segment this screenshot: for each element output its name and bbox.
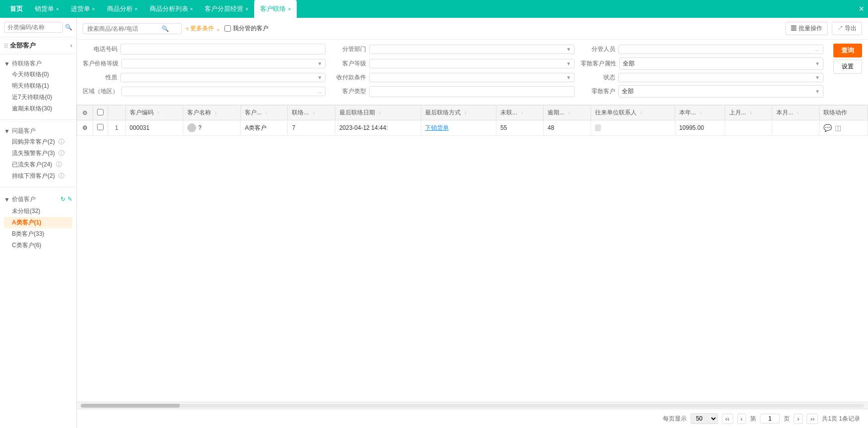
sidebar-item-7days[interactable]: 近7天待联络(0) <box>4 92 72 103</box>
sort-contactperson-icon[interactable]: ↕ <box>640 110 643 115</box>
sort-thisyear-icon[interactable]: ↕ <box>700 110 702 115</box>
filter-phone-input[interactable] <box>120 44 326 54</box>
customertype-input-field[interactable] <box>373 88 571 95</box>
sidebar-item-aclass[interactable]: A类客户(1) <box>4 217 72 228</box>
col-name[interactable]: 客户名称 ↕ <box>183 106 240 120</box>
filter-retailcust-select[interactable]: 全部 ▼ <box>618 85 823 98</box>
sidebar-item-bclass[interactable]: B类客户(33) <box>4 228 72 240</box>
value-group-label[interactable]: ▼ 价值客户 <box>4 193 60 205</box>
row-code[interactable]: 000031 <box>125 120 183 136</box>
nav-salesorder[interactable]: 销货单 × <box>29 0 65 18</box>
chat-icon[interactable]: 💬 <box>823 124 832 132</box>
col-notcontacted[interactable]: 未联... ↕ <box>496 106 543 120</box>
col-lastcontactdate[interactable]: 最后联络日期 ↕ <box>335 106 421 120</box>
sort-contactcount-icon[interactable]: ↕ <box>313 110 315 115</box>
row-lastcontactmethod[interactable]: 下销货单 <box>421 120 496 136</box>
close-all-button[interactable]: × <box>859 4 864 14</box>
sort-level-icon[interactable]: ↕ <box>266 110 268 115</box>
sidebar-item-tomorrow[interactable]: 明天待联络(1) <box>4 80 72 92</box>
col-lastmonth[interactable]: 上月... ↕ <box>725 106 772 120</box>
pending-group-label[interactable]: ▼ 待联络客户 <box>4 57 72 69</box>
sidebar-item-churn-warning[interactable]: 流失预警客户(3) ⓘ <box>4 148 72 159</box>
nav-close-customercontact[interactable]: × <box>288 6 291 12</box>
col-level[interactable]: 客户... ↕ <box>241 106 288 120</box>
sidebar-collapse-button[interactable]: ‹ <box>70 42 72 49</box>
col-contactperson[interactable]: 往来单位联系人 ↕ <box>591 106 675 120</box>
col-code[interactable]: 客户编码 ↕ <box>125 106 183 120</box>
scroll-thumb[interactable] <box>81 404 180 408</box>
row-checkbox-cell[interactable] <box>93 120 108 136</box>
export-button[interactable]: ↗ 导出 <box>832 22 862 35</box>
col-settings[interactable]: ⚙ <box>77 106 93 120</box>
filter-search-icon[interactable]: 🔍 <box>162 25 169 32</box>
col-checkbox[interactable] <box>93 106 108 120</box>
sidebar-item-unclassified[interactable]: 未分组(32) <box>4 206 72 217</box>
nav-customercontact[interactable]: 客户联络 × <box>254 0 297 18</box>
page-number-input[interactable] <box>760 414 780 424</box>
sidebar-item-today[interactable]: 今天待联络(0) <box>4 69 72 80</box>
last-contact-link[interactable]: 下销货单 <box>425 124 449 131</box>
sidebar-search-input[interactable] <box>4 22 63 33</box>
col-lastcontactmethod[interactable]: 最后联络方式 ↕ <box>421 106 496 120</box>
filter-customertype-input[interactable] <box>369 86 574 97</box>
nav-purchaseorder[interactable]: 进货单 × <box>65 0 101 18</box>
batch-op-button[interactable]: ☰ 批量操作 <box>785 22 827 35</box>
filter-payment-select[interactable]: ▼ <box>369 73 574 82</box>
sidebar-item-cclass[interactable]: C类客户(6) <box>4 240 72 251</box>
problem-group-label[interactable]: ▼ 问题客户 <box>4 125 72 136</box>
pagination-first-button[interactable]: ‹‹ <box>722 414 733 424</box>
sidebar-item-churned[interactable]: 已流失客户(24) ⓘ <box>4 159 72 170</box>
nav-close-salesorder[interactable]: × <box>56 6 59 12</box>
nav-close-productanalysislist[interactable]: × <box>190 6 193 12</box>
nav-productanalysislist[interactable]: 商品分析列表 × <box>144 0 199 18</box>
nav-close-productanalysis[interactable]: × <box>135 6 138 12</box>
filter-customerlevel-select[interactable]: ▼ <box>369 59 574 68</box>
select-all-checkbox[interactable] <box>97 109 104 115</box>
pagination-last-button[interactable]: ›› <box>807 414 818 424</box>
nav-home[interactable]: 首页 <box>4 0 29 18</box>
per-page-select[interactable]: 50 100 <box>691 413 718 424</box>
filter-region-input[interactable]: … <box>121 87 326 96</box>
sidebar-item-overdue[interactable]: 逾期未联络(30) <box>4 103 72 114</box>
nav-close-customersegment[interactable]: × <box>245 6 248 12</box>
nav-customersegment[interactable]: 客户分层经营 × <box>199 0 254 18</box>
sidebar-search-icon[interactable]: 🔍 <box>65 24 72 31</box>
phone-input-field[interactable] <box>124 46 322 53</box>
horizontal-scrollbar[interactable] <box>77 402 868 409</box>
col-thismonth[interactable]: 本月... ↕ <box>772 106 819 120</box>
refresh-icon[interactable]: ↻ <box>60 196 65 203</box>
more-conditions-button[interactable]: ▿ 更多条件 ⌄ <box>186 24 220 33</box>
nav-productanalysis[interactable]: 商品分析 × <box>101 0 144 18</box>
col-contactcount[interactable]: 联络... ↕ <box>288 106 335 120</box>
my-customers-filter[interactable]: 我分管的客户 <box>224 24 269 33</box>
filter-search-input[interactable] <box>87 25 162 32</box>
filter-person-input[interactable]: … <box>618 45 823 54</box>
scroll-track[interactable] <box>81 404 864 408</box>
filter-dept-select[interactable]: ▼ <box>369 45 574 54</box>
sort-lastcontactmethod-icon[interactable]: ↕ <box>464 110 467 115</box>
add-icon[interactable]: ✎ <box>67 196 72 203</box>
col-overdue[interactable]: 逾期... ↕ <box>543 106 591 120</box>
sort-notcontacted-icon[interactable]: ↕ <box>521 110 523 115</box>
row-settings[interactable]: ⚙ <box>77 120 93 136</box>
sort-code-icon[interactable]: ↕ <box>157 110 160 115</box>
filter-nature-select[interactable]: ▼ <box>120 73 326 82</box>
nav-close-purchaseorder[interactable]: × <box>92 6 95 12</box>
settings-button[interactable]: 设置 <box>833 59 862 74</box>
qr-icon[interactable]: ◫ <box>835 124 841 132</box>
sidebar-item-repurchase-abnormal[interactable]: 回购异常客户(2) ⓘ <box>4 136 72 148</box>
filter-status-select[interactable]: ▼ <box>618 73 823 82</box>
sort-lastmonth-icon[interactable]: ↕ <box>750 110 752 115</box>
sort-overdue-icon[interactable]: ↕ <box>568 110 571 115</box>
sort-lastcontactdate-icon[interactable]: ↕ <box>379 110 381 115</box>
sort-name-icon[interactable]: ↕ <box>215 110 217 115</box>
row-checkbox[interactable] <box>97 124 104 130</box>
filter-retailattr-select[interactable]: 全部 ▼ <box>619 57 823 70</box>
sidebar-item-declining[interactable]: 持续下滑客户(2) ⓘ <box>4 170 72 182</box>
my-customers-checkbox[interactable] <box>224 25 231 32</box>
sort-thismonth-icon[interactable]: ↕ <box>797 110 799 115</box>
col-thisyear[interactable]: 本年... ↕ <box>675 106 725 120</box>
query-button[interactable]: 查询 <box>833 44 862 57</box>
pagination-prev-button[interactable]: ‹ <box>737 414 746 424</box>
pagination-next-button[interactable]: › <box>794 414 803 424</box>
